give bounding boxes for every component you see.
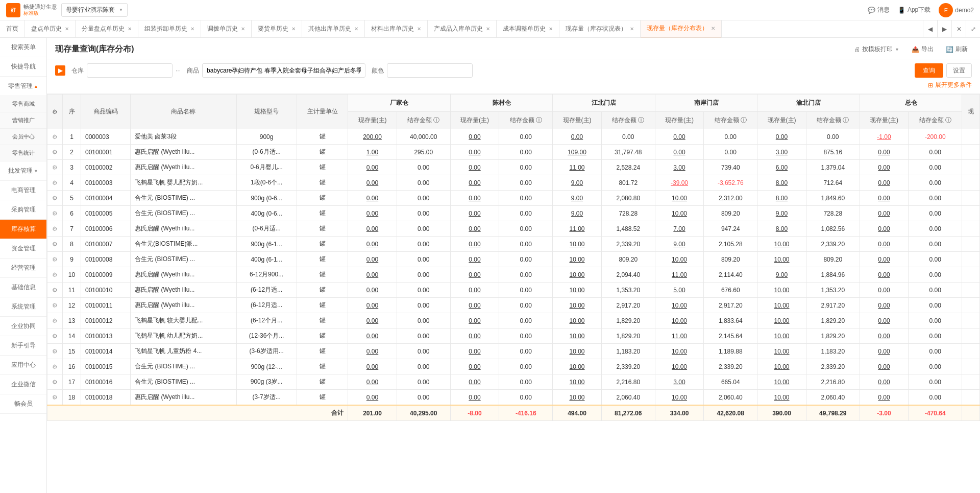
row-c4-qty[interactable]: 10.00 (655, 206, 703, 221)
row-c3-qty[interactable]: 10.00 (553, 390, 601, 406)
row-c4-qty[interactable]: 5.00 (655, 283, 703, 298)
row-c4-qty[interactable]: 7.00 (655, 221, 703, 237)
tab-close-9[interactable]: ✕ (549, 26, 553, 32)
row-c3-qty[interactable]: 10.00 (553, 344, 601, 359)
row-c3-qty[interactable]: 10.00 (553, 359, 601, 374)
sidebar-item-vip[interactable]: 畅会员 (0, 394, 46, 414)
row-c2-qty[interactable]: 0.00 (450, 313, 499, 328)
row-c3-qty[interactable]: 9.00 (553, 175, 601, 191)
row-c1-qty[interactable]: 0.00 (348, 390, 397, 406)
tab-close-2[interactable]: ✕ (128, 26, 132, 32)
sidebar-item-basic[interactable]: 基础信息 (0, 278, 46, 297)
tab-prev-btn[interactable]: ◀ (923, 20, 937, 38)
row-c5-qty[interactable]: 10.00 (757, 237, 806, 252)
row-settings[interactable]: ⚙ (47, 175, 63, 191)
row-c2-qty[interactable]: 0.00 (450, 175, 499, 191)
row-total-qty[interactable]: 0.00 (860, 328, 908, 344)
sidebar-item-member[interactable]: 会员中心 (0, 129, 46, 145)
col-settings-header[interactable]: ⚙ (47, 95, 63, 129)
tab-close-7[interactable]: ✕ (417, 26, 421, 32)
sidebar-item-purchase[interactable]: 采购管理 (0, 200, 46, 220)
tab-item-8[interactable]: 产成品入库单历史 ✕ (428, 20, 497, 38)
print-btn[interactable]: 🖨 按模板打印 ▼ (850, 43, 903, 56)
row-settings[interactable]: ⚙ (47, 313, 63, 328)
setting-button[interactable]: 设置 (946, 63, 972, 78)
row-c1-qty[interactable]: 0.00 (348, 267, 397, 283)
row-c1-qty[interactable]: 0.00 (348, 374, 397, 390)
row-settings[interactable]: ⚙ (47, 221, 63, 237)
color-input[interactable] (387, 63, 473, 78)
row-total-qty[interactable]: 0.00 (860, 283, 908, 298)
row-c1-qty[interactable]: 0.00 (348, 237, 397, 252)
row-c3-qty[interactable]: 10.00 (553, 283, 601, 298)
row-settings[interactable]: ⚙ (47, 237, 63, 252)
row-c4-qty[interactable]: 10.00 (655, 313, 703, 328)
row-c4-qty[interactable]: 10.00 (655, 344, 703, 359)
row-total-qty[interactable]: 0.00 (860, 344, 908, 359)
row-c3-qty[interactable]: 10.00 (553, 328, 601, 344)
row-c3-qty[interactable]: 10.00 (553, 298, 601, 313)
row-c2-qty[interactable]: 0.00 (450, 344, 499, 359)
tab-close-11[interactable]: ✕ (711, 26, 715, 31)
tab-item-1[interactable]: 盘点单历史 ✕ (25, 20, 76, 38)
sidebar-item-wechat[interactable]: 企业微信 (0, 375, 46, 394)
row-c4-qty[interactable]: 10.00 (655, 390, 703, 406)
row-c2-qty[interactable]: 0.00 (450, 160, 499, 175)
row-total-qty[interactable]: -1.00 (860, 129, 908, 145)
warehouse-input[interactable] (87, 63, 173, 78)
tab-close-10[interactable]: ✕ (630, 26, 634, 32)
row-c5-qty[interactable]: 10.00 (757, 374, 806, 390)
row-c4-qty[interactable]: 11.00 (655, 328, 703, 344)
row-c5-qty[interactable]: 10.00 (757, 313, 806, 328)
row-total-qty[interactable]: 0.00 (860, 145, 908, 160)
sidebar-item-system[interactable]: 系统管理 (0, 297, 46, 317)
sidebar-item-marketing[interactable]: 营销推广 (0, 112, 46, 129)
message-btn[interactable]: 💬 消息 (868, 6, 890, 14)
row-c1-qty[interactable]: 0.00 (348, 175, 397, 191)
row-c1-qty[interactable]: 200.00 (348, 129, 397, 145)
row-c4-qty[interactable]: 3.00 (655, 374, 703, 390)
row-settings[interactable]: ⚙ (47, 145, 63, 160)
row-c2-qty[interactable]: 0.00 (450, 129, 499, 145)
row-c3-qty[interactable]: 10.00 (553, 237, 601, 252)
sidebar-item-finance[interactable]: 资金管理 (0, 239, 46, 259)
sidebar-item-collab[interactable]: 企业协同 (0, 317, 46, 336)
row-c2-qty[interactable]: 0.00 (450, 359, 499, 374)
row-total-qty[interactable]: 0.00 (860, 160, 908, 175)
tab-item-4[interactable]: 调拨单历史 ✕ (201, 20, 252, 38)
row-c4-qty[interactable]: 9.00 (655, 237, 703, 252)
row-total-qty[interactable]: 0.00 (860, 175, 908, 191)
row-c3-qty[interactable]: 0.00 (553, 129, 601, 145)
row-c4-qty[interactable]: 0.00 (655, 145, 703, 160)
sidebar-item-inventory[interactable]: 库存核算 (0, 220, 46, 239)
tab-expand-btn[interactable]: ⤢ (966, 20, 980, 38)
row-c2-qty[interactable]: 0.00 (450, 283, 499, 298)
row-c4-qty[interactable]: 3.00 (655, 160, 703, 175)
row-c1-qty[interactable]: 0.00 (348, 206, 397, 221)
tab-next-btn[interactable]: ▶ (937, 20, 951, 38)
row-c5-qty[interactable]: 9.00 (757, 206, 806, 221)
row-c2-qty[interactable]: 0.00 (450, 374, 499, 390)
tab-close-all-btn[interactable]: ✕ (951, 20, 966, 38)
sidebar-item-wholesale[interactable]: 批发管理▼ (0, 161, 46, 181)
row-settings[interactable]: ⚙ (47, 390, 63, 406)
row-c5-qty[interactable]: 10.00 (757, 344, 806, 359)
row-c3-qty[interactable]: 10.00 (553, 252, 601, 267)
sidebar-item-operation[interactable]: 经营管理 (0, 259, 46, 278)
row-settings[interactable]: ⚙ (47, 328, 63, 344)
row-c3-qty[interactable]: 9.00 (553, 191, 601, 206)
row-c1-qty[interactable]: 0.00 (348, 359, 397, 374)
row-c1-qty[interactable]: 0.00 (348, 313, 397, 328)
refresh-btn[interactable]: 🔄 刷新 (942, 43, 972, 56)
sidebar-item-retail[interactable]: 零售管理▲ (0, 77, 46, 96)
tab-item-5[interactable]: 要货单历史 ✕ (252, 20, 302, 38)
row-total-qty[interactable]: 0.00 (860, 313, 908, 328)
row-c2-qty[interactable]: 0.00 (450, 145, 499, 160)
row-c2-qty[interactable]: 0.00 (450, 206, 499, 221)
expand-conditions-btn[interactable]: ⊞ 展开更多条件 (928, 81, 972, 89)
tab-close-8[interactable]: ✕ (486, 26, 490, 32)
company-selector[interactable]: 母婴行业演示陈套 (61, 3, 128, 17)
row-settings[interactable]: ⚙ (47, 191, 63, 206)
row-settings[interactable]: ⚙ (47, 160, 63, 175)
row-settings[interactable]: ⚙ (47, 374, 63, 390)
